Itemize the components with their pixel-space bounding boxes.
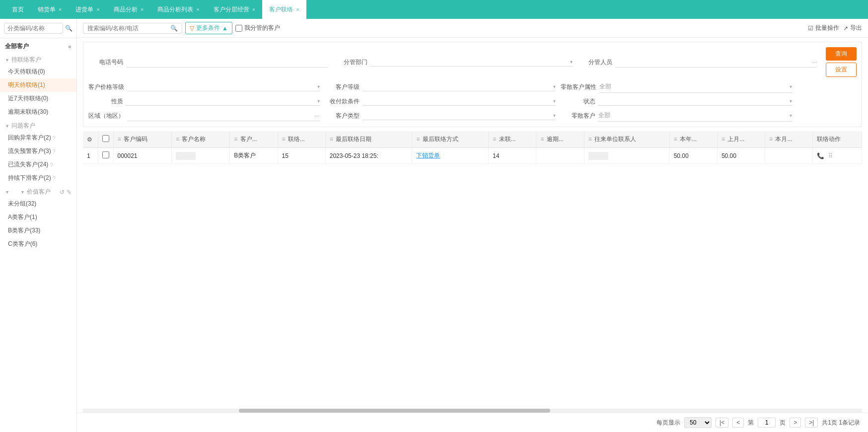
sidebar-item-7days-contact[interactable]: 近7天待联络(0)	[0, 92, 76, 105]
nav-product-analysis[interactable]: 商品分析 ×	[107, 0, 150, 19]
filter-row-4: 区域（地区） ··· 客户类型 ▾ 零散客户 全部	[88, 110, 857, 122]
pagination: 每页显示 50 100 200 |< < 第 页 > >| 共1页 1条记录	[77, 413, 868, 432]
col-last-method: ≡ 最后联络方式	[412, 131, 489, 148]
filter-payment-select[interactable]: ▾	[362, 97, 556, 106]
sidebar-item-ungrouped[interactable]: 未分组(32)	[0, 197, 76, 211]
filter-price-level-select[interactable]: ▾	[127, 82, 320, 91]
prev-page-button[interactable]: <	[732, 418, 744, 428]
sidebar-item-churn-warning[interactable]: 流失预警客户(3) ?	[0, 144, 76, 158]
close-icon[interactable]: ×	[296, 6, 299, 12]
filter-retail-attr-select[interactable]: 全部 ▾	[599, 81, 792, 93]
col-last-date: ≡ 最后联络日期	[325, 131, 412, 148]
sidebar-group-problem: 问题客户	[0, 119, 76, 131]
page-size-select[interactable]: 50 100 200	[684, 417, 712, 428]
row-this-month	[765, 148, 813, 164]
sidebar-search-bar: 🔍	[0, 19, 76, 38]
table-scroll-bar[interactable]	[83, 409, 862, 413]
row-code: 000021	[113, 148, 171, 164]
filter-customer-level-select[interactable]: ▾	[362, 82, 556, 91]
filter-retail-customer-label: 零散客户	[561, 112, 595, 120]
filter-phone-input[interactable]	[126, 57, 328, 68]
close-icon[interactable]: ×	[59, 6, 62, 12]
filter-region-select[interactable]: ···	[127, 111, 320, 121]
export-icon: ↗	[843, 25, 848, 32]
checkbox-icon: ☑	[808, 25, 813, 32]
filter-customer-type-select[interactable]: ▾	[362, 111, 556, 120]
close-icon[interactable]: ×	[252, 6, 255, 12]
close-icon[interactable]: ×	[96, 6, 99, 12]
filter-row-3: 性质 ▾ 收付款条件 ▾ 状态	[88, 97, 857, 106]
col-icon: ≡	[722, 136, 725, 143]
filter-person-select[interactable]: ···	[615, 57, 817, 68]
sidebar-item-churned[interactable]: 已流失客户(24) ?	[0, 158, 76, 171]
col-icon: ≡	[769, 136, 773, 143]
settings-icon[interactable]: ⚙	[87, 136, 92, 143]
my-customer-checkbox[interactable]: 我分管的客户	[235, 24, 280, 32]
batch-op-button[interactable]: ☑ 批量操作	[808, 24, 839, 32]
contact-method-link[interactable]: 下销货单	[416, 152, 440, 159]
scroll-thumb[interactable]	[239, 409, 551, 413]
sidebar-item-tomorrow-contact[interactable]: 明天待联络(1)	[0, 78, 76, 92]
contact-person-blurred	[588, 152, 608, 160]
row-checkbox[interactable]	[102, 151, 109, 158]
filter-status-select[interactable]: ▾	[598, 97, 792, 106]
filter-action-buttons: 查询 设置	[826, 47, 857, 77]
chevron-down-icon: ▾	[790, 84, 792, 89]
help-icon: ?	[53, 148, 56, 154]
export-button[interactable]: ↗ 导出	[843, 24, 862, 32]
nav-purchase[interactable]: 进货单 ×	[69, 0, 106, 19]
refresh-icon[interactable]: ↺	[60, 189, 65, 196]
filter-dept-select[interactable]: ▾	[370, 58, 572, 67]
close-icon[interactable]: ×	[196, 6, 199, 12]
sidebar-item-repurchase-abnormal[interactable]: 回购异常客户(2) ?	[0, 131, 76, 144]
filter-customer-level: 客户等级 ▾	[325, 82, 556, 91]
phone-icon[interactable]: 📞	[817, 152, 824, 159]
next-page-button[interactable]: >	[790, 418, 801, 428]
filter-nature: 性质 ▾	[88, 97, 320, 106]
filter-price-level: 客户价格等级 ▾	[88, 82, 320, 91]
close-icon[interactable]: ×	[141, 6, 144, 12]
nav-customer-contact[interactable]: 客户联络 ×	[262, 0, 306, 19]
nav-home[interactable]: 首页	[5, 0, 31, 19]
search-input[interactable]	[87, 25, 170, 32]
search-bar: 🔍	[83, 23, 182, 34]
row-actions: 📞 ⠿	[813, 148, 862, 164]
sidebar-item-class-b[interactable]: B类客户(33)	[0, 224, 76, 237]
search-icon[interactable]: 🔍	[170, 25, 178, 32]
more-icon[interactable]: ⠿	[828, 152, 833, 159]
total-label: 共1页 1条记录	[822, 419, 860, 427]
query-button[interactable]: 查询	[826, 47, 857, 61]
nav-customer-tier[interactable]: 客户分层经营 ×	[207, 0, 262, 19]
edit-icon[interactable]: ✎	[67, 189, 72, 196]
col-overdue: ≡ 逾期...	[536, 131, 584, 148]
sidebar-item-class-a[interactable]: A类客户(1)	[0, 211, 76, 224]
page-number-input[interactable]	[758, 418, 776, 428]
first-page-button[interactable]: |<	[716, 418, 728, 428]
nav-sales[interactable]: 销货单 ×	[31, 0, 69, 19]
filter-retail-customer-select[interactable]: 全部 ▾	[598, 110, 792, 122]
sidebar-item-class-c[interactable]: C类客户(6)	[0, 237, 76, 251]
settings-button[interactable]: 设置	[826, 63, 857, 77]
sidebar-search-input[interactable]	[4, 23, 63, 34]
chevron-down-icon: ▾	[317, 98, 320, 104]
row-last-month: 50.00	[717, 148, 765, 164]
filter-nature-select[interactable]: ▾	[126, 97, 320, 106]
sidebar-item-today-contact[interactable]: 今天待联络(0)	[0, 65, 76, 78]
select-all-checkbox[interactable]	[102, 135, 109, 142]
last-page-button[interactable]: >|	[805, 418, 818, 428]
filter-person-label: 分管人员	[578, 58, 612, 67]
my-customer-check[interactable]	[235, 25, 242, 32]
nav-product-analysis-list[interactable]: 商品分析列表 ×	[150, 0, 206, 19]
col-icon: ≡	[118, 136, 121, 143]
filter-payment: 收付款条件 ▾	[325, 97, 556, 106]
dots-icon[interactable]: ···	[812, 59, 817, 66]
customer-table: ⚙ ≡ 客户编码 ≡ 客户名称	[83, 131, 862, 164]
collapse-icon[interactable]: «	[68, 43, 72, 50]
dots-icon[interactable]: ···	[315, 112, 320, 119]
sidebar-item-overdue-contact[interactable]: 逾期未联络(30)	[0, 105, 76, 119]
sidebar-all-customers[interactable]: 全部客户 «	[0, 38, 76, 53]
sidebar-search-icon[interactable]: 🔍	[65, 25, 72, 32]
sidebar-item-declining[interactable]: 持续下滑客户(2) ?	[0, 171, 76, 185]
more-filter-button[interactable]: ▽ 更多条件 ▲	[185, 22, 232, 34]
main-layout: 🔍 全部客户 « 待联络客户 今天待联络(0) 明天待联络(1) 近7天待联络(…	[0, 19, 868, 432]
